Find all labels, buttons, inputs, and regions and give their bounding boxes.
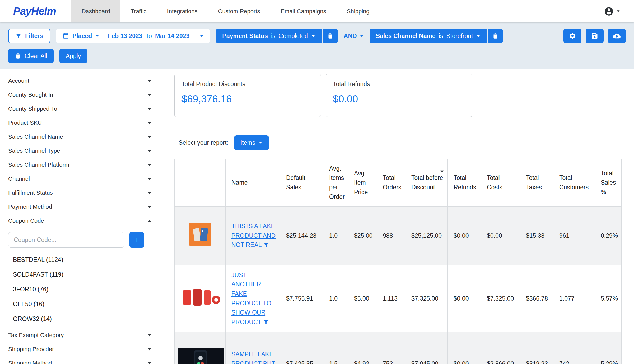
coupon-option[interactable]: OFF50 (16) [8, 297, 154, 311]
report-type-dropdown[interactable]: Items [234, 135, 269, 150]
column-header-image[interactable] [175, 159, 226, 207]
chevron-down-icon [148, 178, 151, 180]
sidebar-item-account[interactable]: Account [8, 74, 154, 88]
date-range-filter-button[interactable]: Placed Feb 13 2023 To Mar 14 2023 [56, 29, 210, 43]
nav-tab-integrations[interactable]: Integrations [157, 0, 208, 22]
sidebar-item-label: Shipping Provider [8, 346, 54, 353]
column-header-total-sales-pct[interactable]: Total Sales % [595, 159, 622, 207]
coupon-option[interactable]: SOLD4FAST (119) [8, 267, 154, 282]
sidebar-item-fulfillment-status[interactable]: Fulfillment Status [8, 186, 154, 200]
sales-channel-filter-group: Sales Channel Name is Storefront [370, 29, 503, 43]
brand-logo[interactable]: PayHelm [0, 0, 71, 22]
nav-tab-dashboard[interactable]: Dashboard [71, 0, 120, 22]
chevron-down-icon [148, 192, 151, 194]
column-header-avg-items-per-order[interactable]: Avg. Items per Order [323, 159, 348, 207]
nav-tab-email-campaigns[interactable]: Email Campaigns [270, 0, 336, 22]
table-cell: $7,755.91 [280, 265, 323, 332]
nav-tab-traffic[interactable]: Traffic [120, 0, 157, 22]
gear-icon [569, 32, 576, 40]
column-header-total-customers[interactable]: Total Customers [553, 159, 595, 207]
settings-button[interactable] [563, 29, 581, 43]
user-menu-button[interactable] [604, 0, 634, 22]
save-report-button[interactable] [586, 29, 604, 43]
filter-value-label: Storefront [446, 32, 473, 40]
sidebar-item-label: Tax Exempt Category [8, 332, 64, 339]
filter-bar: Filters Placed Feb 13 2023 To Mar 14 202… [0, 22, 634, 69]
sort-caret-icon[interactable] [440, 171, 444, 173]
main-nav: Dashboard Traffic Integrations Custom Re… [71, 0, 380, 22]
coupon-option[interactable]: BESTDEAL (1124) [8, 252, 154, 267]
table-cell: $15.38 [520, 207, 553, 265]
export-download-button[interactable] [608, 29, 626, 43]
table-row: JUST ANOTHER FAKE PRODUCT TO SHOW OUR PR… [175, 265, 622, 332]
payment-status-filter-button[interactable]: Payment Status is Completed [216, 29, 321, 43]
remove-payment-status-filter-button[interactable] [323, 29, 338, 43]
sidebar-item-county-bought-in[interactable]: County Bought In [8, 88, 154, 102]
table-cell: 0.29% [595, 207, 622, 265]
chevron-down-icon [96, 35, 99, 37]
sales-channel-filter-button[interactable]: Sales Channel Name is Storefront [370, 29, 487, 43]
sidebar-item-label: County Bought In [8, 91, 53, 98]
filter-field-label: Sales Channel Name [376, 32, 436, 40]
sidebar-item-tax-exempt-category[interactable]: Tax Exempt Category [8, 328, 154, 342]
column-header-default-sales[interactable]: Default Sales [280, 159, 323, 207]
sidebar-item-product-sku[interactable]: Product SKU [8, 116, 154, 130]
sidebar-item-label: Account [8, 77, 29, 84]
sidebar-item-county-shipped-to[interactable]: County Shipped To [8, 102, 154, 116]
calendar-icon [62, 32, 69, 39]
sidebar-item-label: Channel [8, 175, 30, 182]
product-name-link[interactable]: SAMPLE FAKE PRODUCT BUT NOT [231, 351, 275, 364]
sidebar-item-sales-channel-platform[interactable]: Sales Channel Platform [8, 158, 154, 172]
trash-icon [492, 32, 499, 39]
product-name-link[interactable]: JUST ANOTHER FAKE PRODUCT TO SHOW OUR PR… [231, 272, 271, 325]
sidebar-item-shipping-method[interactable]: Shipping Method [8, 356, 154, 364]
table-cell: $7,425.35 [280, 332, 323, 364]
table-cell: $7,045.00 [405, 332, 448, 364]
product-name-cell: THIS IS A FAKE PRODUCT AND NOT REAL [226, 207, 280, 265]
top-nav: PayHelm Dashboard Traffic Integrations C… [0, 0, 634, 22]
sidebar-item-label: Product SKU [8, 119, 42, 126]
sidebar-item-channel[interactable]: Channel [8, 172, 154, 186]
remove-sales-channel-filter-button[interactable] [488, 29, 503, 43]
sidebar-item-sales-channel-name[interactable]: Sales Channel Name [8, 130, 154, 144]
payment-status-filter-group: Payment Status is Completed [216, 29, 338, 43]
column-header-avg-item-price[interactable]: Avg. Item Price [348, 159, 377, 207]
coupon-code-input[interactable] [8, 232, 124, 248]
coupon-options-list: BESTDEAL (1124) SOLD4FAST (119) 3FOR10 (… [8, 251, 154, 328]
card-title: Total Product Discounts [181, 81, 314, 88]
nav-tab-shipping[interactable]: Shipping [337, 0, 380, 22]
clear-all-button[interactable]: Clear All [8, 49, 54, 63]
apply-button[interactable]: Apply [59, 49, 87, 63]
column-header-total-costs[interactable]: Total Costs [481, 159, 520, 207]
sidebar-item-label: Payment Method [8, 203, 52, 210]
sidebar-item-coupon-code[interactable]: Coupon Code [8, 214, 154, 228]
column-header-total-taxes[interactable]: Total Taxes [520, 159, 553, 207]
filters-button[interactable]: Filters [8, 29, 50, 43]
chevron-up-icon [148, 220, 151, 222]
filter-conjunction-button[interactable]: AND [344, 32, 364, 40]
table-cell: 1.5 [323, 332, 348, 364]
column-header-total-orders[interactable]: Total Orders [377, 159, 405, 207]
column-header-total-before-discount[interactable]: Total before Discount [405, 159, 448, 207]
sidebar-item-label: Sales Channel Platform [8, 161, 69, 168]
table-cell: $4.92 [348, 332, 377, 364]
coupon-option[interactable]: 3FOR10 (76) [8, 282, 154, 297]
filter-funnel-icon[interactable] [263, 242, 269, 248]
add-coupon-filter-button[interactable]: + [129, 232, 144, 248]
coupon-option[interactable]: GROW32 (14) [8, 311, 154, 326]
chevron-down-icon [148, 164, 151, 166]
filter-funnel-icon[interactable] [263, 319, 269, 325]
sidebar-item-sales-channel-type[interactable]: Sales Channel Type [8, 144, 154, 158]
table-row: THIS IS A FAKE PRODUCT AND NOT REAL $25,… [175, 207, 622, 265]
nav-tab-custom-reports[interactable]: Custom Reports [208, 0, 271, 22]
product-name-cell: JUST ANOTHER FAKE PRODUCT TO SHOW OUR PR… [226, 265, 280, 332]
user-account-icon [604, 6, 614, 16]
product-name-link[interactable]: THIS IS A FAKE PRODUCT AND NOT REAL [231, 223, 276, 248]
report-selector-label: Select your report: [179, 139, 228, 146]
report-type-value: Items [240, 139, 255, 146]
chevron-down-icon [617, 10, 619, 12]
sidebar-item-shipping-provider[interactable]: Shipping Provider [8, 342, 154, 356]
column-header-total-refunds[interactable]: Total Refunds [448, 159, 481, 207]
sidebar-item-payment-method[interactable]: Payment Method [8, 200, 154, 214]
column-header-name[interactable]: Name [226, 159, 280, 207]
